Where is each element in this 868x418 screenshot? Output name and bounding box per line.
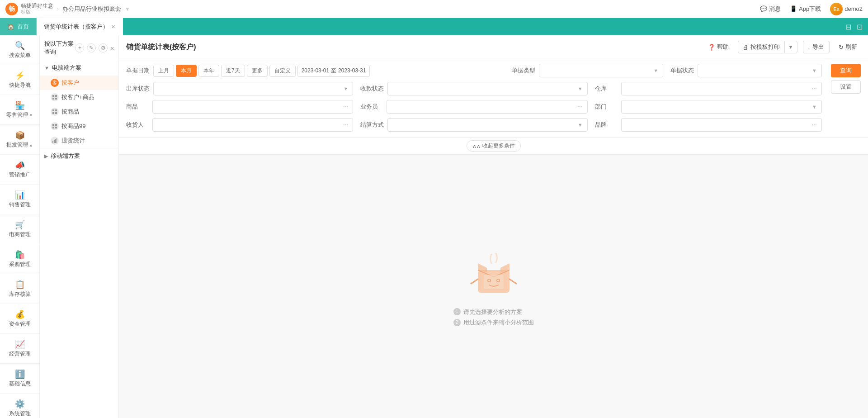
print-btn-group: 🖨 按模板打印 ▼ — [738, 41, 797, 53]
breadcrumb-industry: 办公用品行业模拟账套 — [62, 5, 121, 13]
warehouse-label: 仓库 — [595, 85, 618, 93]
plan-item-product-99[interactable]: 按商品99 — [40, 119, 118, 133]
print-dropdown-btn[interactable]: ▼ — [785, 43, 797, 52]
tab-maximize-btn[interactable]: ⊡ — [855, 21, 864, 33]
payment-status-control[interactable]: ▼ — [387, 82, 587, 95]
query-buttons: 查询 设置 — [831, 64, 861, 94]
tip-item-2: 2 用过滤条件来缩小分析范围 — [453, 317, 534, 328]
svg-point-21 — [497, 280, 499, 281]
print-btn[interactable]: 🖨 按模板打印 — [738, 41, 785, 53]
sidebar-item-marketing[interactable]: 📣 营销推广 — [0, 155, 39, 185]
app-download-btn[interactable]: 📱 App下载 — [790, 5, 821, 13]
export-btn[interactable]: ↓ 导出 — [803, 41, 830, 53]
sidebar-item-wholesale[interactable]: 📦 批发管理 ▲ — [0, 125, 39, 155]
date-custom-btn[interactable]: 自定义 — [269, 65, 296, 77]
sidebar-item-procurement[interactable]: 🛍️ 采购管理 — [0, 244, 39, 274]
receiver-control[interactable]: ··· — [152, 118, 353, 132]
sidebar-item-quick-nav[interactable]: ⚡ 快捷导航 — [0, 65, 39, 95]
tip-num-2: 2 — [453, 319, 461, 326]
doc-type-control[interactable]: ▼ — [539, 64, 663, 77]
breadcrumb-divider: › — [57, 6, 59, 12]
main-content: 销货单统计表(按客户) ❓ 帮助 🖨 按模板打印 ▼ — [119, 35, 868, 418]
plan-group-mobile-header[interactable]: ▶ 移动端方案 — [40, 148, 118, 164]
sidebar-item-retail[interactable]: 🏪 零售管理 ▼ — [0, 95, 39, 125]
sidebar-item-basic-info[interactable]: ℹ️ 基础信息 — [0, 364, 39, 394]
date-more-btn[interactable]: 更多 — [247, 65, 268, 77]
sidebar-item-operations[interactable]: 📈 经营管理 — [0, 334, 39, 364]
group-arrow-icon: ▼ — [44, 65, 49, 71]
date-this-year-btn[interactable]: 本年 — [198, 65, 219, 77]
plan-item-icon-return — [51, 137, 59, 145]
app-icon: 📱 — [790, 5, 797, 12]
plan-item-by-product[interactable]: 按商品 — [40, 104, 118, 119]
print-icon: 🖨 — [743, 44, 749, 51]
query-btn[interactable]: 查询 — [831, 64, 861, 77]
product-control[interactable]: ··· — [152, 100, 353, 114]
settings-icon: ⚙ — [101, 45, 106, 51]
marketing-icon: 📣 — [3, 160, 37, 170]
date-range-input[interactable]: 2023-03-01 至 2023-03-31 — [297, 65, 370, 77]
plan-collapse-btn[interactable]: « — [110, 44, 114, 52]
svg-point-20 — [488, 280, 490, 281]
message-icon: 💬 — [760, 5, 767, 12]
tab-bar: 🏠 首页 销货单统计表（按客户） ✕ ⊟ ⊡ — [0, 18, 868, 35]
edit-icon: ✎ — [89, 45, 94, 51]
sidebar-item-finance[interactable]: 💰 资金管理 — [0, 304, 39, 334]
settlement-label: 结算方式 — [360, 121, 384, 129]
doc-type-arrow-icon: ▼ — [653, 68, 658, 73]
tab-home[interactable]: 🏠 首页 — [0, 18, 37, 35]
date-prev-month-btn[interactable]: 上月 — [153, 65, 174, 77]
department-control[interactable]: ▼ — [621, 100, 822, 114]
filter-row-3: 商品 ··· 业务员 ··· — [126, 100, 822, 114]
plan-panel-actions: + ✎ ⚙ « — [75, 43, 114, 52]
user-area[interactable]: Ea demo2 — [830, 3, 863, 15]
plan-edit-btn[interactable]: ✎ — [87, 43, 96, 52]
warehouse-control[interactable]: ··· — [621, 82, 822, 95]
plan-item-by-customer[interactable]: 客 按客户 — [40, 76, 118, 90]
settings-btn[interactable]: 设置 — [831, 80, 861, 94]
refresh-btn[interactable]: ↻ 刷新 — [835, 41, 861, 53]
out-status-label: 出库状态 — [126, 85, 150, 93]
tab-close-icon[interactable]: ✕ — [111, 24, 115, 30]
salesperson-control[interactable]: ··· — [387, 100, 587, 114]
tab-minimize-btn[interactable]: ⊟ — [844, 21, 853, 33]
ecommerce-icon: 🛒 — [3, 220, 37, 230]
filter-out-status-item: 出库状态 ▼ — [126, 82, 353, 95]
logo-icon: 畅 — [5, 3, 18, 15]
plan-panel: 按以下方案查询 + ✎ ⚙ « ▼ 电脑端方案 — [40, 35, 119, 418]
plan-item-customer-product[interactable]: 按客户+商品 — [40, 90, 118, 104]
sidebar-item-ecommerce[interactable]: 🛒 电商管理 — [0, 214, 39, 244]
sidebar-item-inventory[interactable]: 📋 库存核算 — [0, 274, 39, 304]
collapse-more-btn[interactable]: ∧∧ 收起更多条件 — [467, 140, 521, 152]
settlement-control[interactable]: ▼ — [387, 118, 587, 132]
plan-add-btn[interactable]: + — [75, 43, 84, 52]
sidebar-item-system[interactable]: ⚙️ 系统管理 — [0, 394, 39, 418]
plan-group-desktop-header[interactable]: ▼ 电脑端方案 — [40, 60, 118, 76]
plan-settings-btn[interactable]: ⚙ — [99, 43, 108, 52]
svg-rect-6 — [52, 112, 54, 114]
date-this-month-btn[interactable]: 本月 — [176, 65, 197, 77]
doc-status-control[interactable]: ▼ — [698, 64, 822, 77]
filter-salesperson-item: 业务员 ··· — [360, 100, 587, 114]
sidebar-item-sales[interactable]: 📊 销售管理 — [0, 185, 39, 214]
sidebar-item-search-menu[interactable]: 🔍 搜索菜单 — [0, 35, 39, 65]
help-btn[interactable]: ❓ 帮助 — [704, 41, 732, 53]
plan-item-return-stats[interactable]: 退货统计 — [40, 133, 118, 148]
salesperson-dots-icon: ··· — [577, 103, 583, 110]
svg-rect-2 — [52, 98, 54, 100]
brand-control[interactable]: ··· — [621, 118, 822, 132]
product-dots-icon: ··· — [343, 103, 349, 110]
content-area: 按以下方案查询 + ✎ ⚙ « ▼ 电脑端方案 — [40, 35, 868, 418]
message-btn[interactable]: 💬 消息 — [760, 5, 781, 13]
search-icon: 🔍 — [3, 41, 37, 51]
filter-row-4: 收货人 ··· 结算方式 ▼ — [126, 118, 822, 132]
top-header: 畅 畅捷通好生意 标版 › 办公用品行业模拟账套 ▼ 💬 消息 📱 App下载 … — [0, 0, 868, 18]
page-title: 销货单统计表(按客户) — [126, 43, 196, 52]
out-status-control[interactable]: ▼ — [153, 82, 353, 95]
doc-status-label: 单据状态 — [670, 66, 694, 75]
tab-sales-stats[interactable]: 销货单统计表（按客户） ✕ — [37, 18, 123, 35]
operations-icon: 📈 — [3, 339, 37, 349]
date-last7-btn[interactable]: 近7天 — [221, 65, 245, 77]
svg-line-22 — [471, 279, 478, 284]
svg-rect-14 — [55, 139, 56, 143]
